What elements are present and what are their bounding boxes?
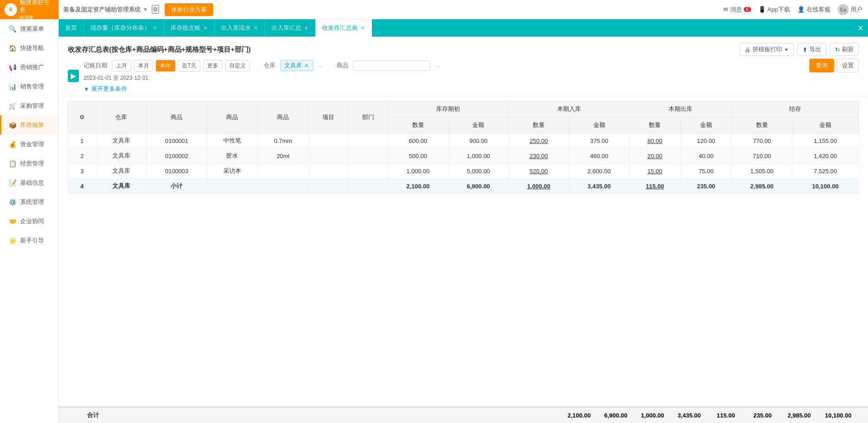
col-out: 本期出库 (629, 101, 731, 117)
date-btn-last-month[interactable]: 上月 (112, 60, 131, 71)
total-close-qty: 2,985.00 (781, 412, 818, 419)
filter-row-1: 记账日期 上月 本月 本年 近7天 更多 自定义 仓库 文具库 ✕ (83, 59, 859, 72)
subtotal-in-qty[interactable]: 1,000.00 (509, 179, 569, 194)
tab-home[interactable]: 首页 (59, 19, 84, 37)
tab-bar-close-icon[interactable]: ✕ (857, 24, 863, 32)
sidebar-item-system[interactable]: ⚙️ 系统管理 (0, 192, 58, 212)
tab-batch-account[interactable]: 库存批次账 ✕ (164, 19, 215, 37)
sidebar-item-guide[interactable]: 🌟 新手引导 (0, 231, 58, 250)
warehouse-more-icon[interactable]: ··· (318, 62, 323, 69)
cell-in-amt: 460.00 (569, 148, 630, 164)
user-button[interactable]: Ea 用户 (838, 4, 862, 15)
sidebar-item-marketing[interactable]: 📢 营销推广 (0, 58, 58, 77)
col-settings[interactable]: ⚙ (68, 101, 96, 133)
table-row: 3 文具库 0100003 采访本 1,000.00 5,000.00 520.… (68, 164, 859, 179)
cell-close-amt: 1,155.00 (792, 133, 858, 148)
cell-out-qty[interactable]: 80.00 (629, 133, 680, 148)
cell-goods-name: 中性笔 (207, 133, 257, 148)
print-icon: 🖨 (745, 46, 751, 53)
filter-settings-button[interactable]: 设置 (837, 59, 859, 72)
content-area: 首页 现存量（库存分布表） ✕ 库存批次账 ✕ 出入库流水 ✕ 出入库汇总 ✕ … (59, 19, 868, 423)
tab-collect-summary[interactable]: 收发存汇总表 ✕ (315, 19, 372, 37)
tab-close-in-out-summary[interactable]: ✕ (304, 25, 309, 31)
cell-out-amt: 75.00 (680, 164, 732, 179)
sidebar-item-finance[interactable]: 💰 资金管理 (0, 135, 58, 154)
total-open-qty: 2,100.00 (561, 412, 597, 419)
cell-no: 2 (68, 148, 96, 164)
warehouse-tag-remove[interactable]: ✕ (304, 62, 309, 69)
col-goods-spec: 商品 (257, 101, 309, 133)
date-btn-7days[interactable]: 近7天 (178, 60, 200, 71)
messages-button[interactable]: ✉ 消息 6 (723, 5, 751, 14)
date-btn-this-month[interactable]: 本月 (134, 60, 153, 71)
sidebar-item-basic-info[interactable]: 📝 基础信息 (0, 173, 58, 192)
sidebar-item-quick-nav[interactable]: 🏠 快捷导航 (0, 38, 58, 58)
sidebar-item-sales[interactable]: 📊 销售管理 (0, 77, 58, 96)
filter-toggle-button[interactable]: ▶ (68, 70, 79, 82)
tab-in-out-flow[interactable]: 出入库流水 ✕ (215, 19, 265, 37)
cell-in-qty[interactable]: 250.00 (509, 133, 569, 148)
subtotal-out-qty[interactable]: 115.00 (629, 179, 680, 194)
cell-in-amt: 2,600.00 (569, 164, 630, 179)
search-icon: 🔍 (9, 25, 17, 33)
sales-icon: 📊 (9, 83, 17, 90)
logo-icon: 6 (5, 3, 17, 16)
subtotal-close-qty: 2,985.00 (732, 179, 792, 194)
refresh-button[interactable]: ↻ 刷新 (830, 43, 859, 56)
col-project: 项目 (309, 101, 348, 133)
cell-project (309, 164, 348, 179)
cell-goods-code: 0100001 (146, 133, 207, 148)
cell-out-qty[interactable]: 20.00 (629, 148, 680, 164)
dropdown-arrow-icon[interactable]: ▼ (143, 6, 148, 13)
sidebar-item-search[interactable]: 🔍 搜索菜单 (0, 19, 58, 38)
enterprise-icon: 🤝 (9, 218, 17, 225)
gear-button[interactable]: ⚙ (152, 5, 159, 14)
cell-open-amt: 1,000.00 (448, 148, 509, 164)
app-download-button[interactable]: 📱 App下载 (758, 5, 790, 14)
col-goods-name: 商品 (207, 101, 257, 133)
tab-close-batch-account[interactable]: ✕ (203, 25, 208, 31)
sidebar-item-inventory[interactable]: 📦 库存核算 (0, 115, 58, 135)
export-button[interactable]: ⬆ 导出 (797, 43, 826, 56)
query-button[interactable]: 查询 (809, 59, 834, 72)
tab-inventory-dist[interactable]: 现存量（库存分布表） ✕ (84, 19, 164, 37)
tab-close-inventory-dist[interactable]: ✕ (153, 25, 157, 31)
export-icon: ⬆ (802, 46, 807, 53)
date-btn-this-year[interactable]: 本年 (156, 60, 175, 71)
online-service-button[interactable]: 👤 在线客服 (797, 5, 830, 14)
sidebar-item-enterprise[interactable]: 🤝 企业协同 (0, 212, 58, 231)
goods-input[interactable] (353, 60, 430, 71)
cell-in-qty[interactable]: 230.00 (509, 148, 569, 164)
sidebar-item-operations[interactable]: 📋 经营管理 (0, 154, 58, 173)
page-header: 收发存汇总表(按仓库+商品编码+商品+规格型号+项目+部门) 🖨 拼模板打印 ▼… (59, 37, 868, 56)
date-btn-more[interactable]: 更多 (203, 60, 222, 71)
cell-project (309, 148, 348, 164)
cell-out-qty[interactable]: 15.00 (629, 164, 680, 179)
cell-open-amt: 5,000.00 (448, 164, 509, 179)
table-row: 2 文具库 0100002 胶水 20ml 500.00 1,000.00 23… (68, 148, 859, 164)
cell-goods-code: 0100002 (146, 148, 207, 164)
tab-in-out-summary[interactable]: 出入库汇总 ✕ (265, 19, 315, 37)
col-close-amt: 金额 (792, 117, 858, 133)
expand-more-button[interactable]: ▼ 展开更多条件 (83, 85, 859, 93)
tab-close-in-out-flow[interactable]: ✕ (254, 25, 258, 31)
cell-close-qty: 710.00 (732, 148, 792, 164)
cell-in-qty[interactable]: 520.00 (509, 164, 569, 179)
total-out-amt: 235.00 (744, 412, 781, 419)
sidebar-item-purchase[interactable]: 🛒 采购管理 (0, 96, 58, 115)
total-open-amt: 6,900.00 (597, 412, 634, 419)
cell-close-amt: 1,420.00 (792, 148, 858, 164)
subtotal-warehouse: 文具库 (96, 179, 146, 194)
cell-open-qty: 1,000.00 (388, 164, 448, 179)
cell-goods-name: 采访本 (207, 164, 257, 179)
col-out-qty: 数量 (629, 117, 680, 133)
tab-close-collect-summary[interactable]: ✕ (360, 25, 365, 31)
experience-button[interactable]: 体验行业方案 (165, 3, 213, 16)
cell-department (348, 164, 387, 179)
goods-more-icon[interactable]: ··· (435, 62, 440, 69)
print-button[interactable]: 🖨 拼模板打印 ▼ (740, 43, 794, 56)
cell-open-qty: 500.00 (388, 148, 448, 164)
cell-close-qty: 770.00 (732, 133, 792, 148)
table-row: 1 文具库 0100001 中性笔 0.7mm 600.00 900.00 25… (68, 133, 859, 148)
date-btn-custom[interactable]: 自定义 (225, 60, 250, 71)
